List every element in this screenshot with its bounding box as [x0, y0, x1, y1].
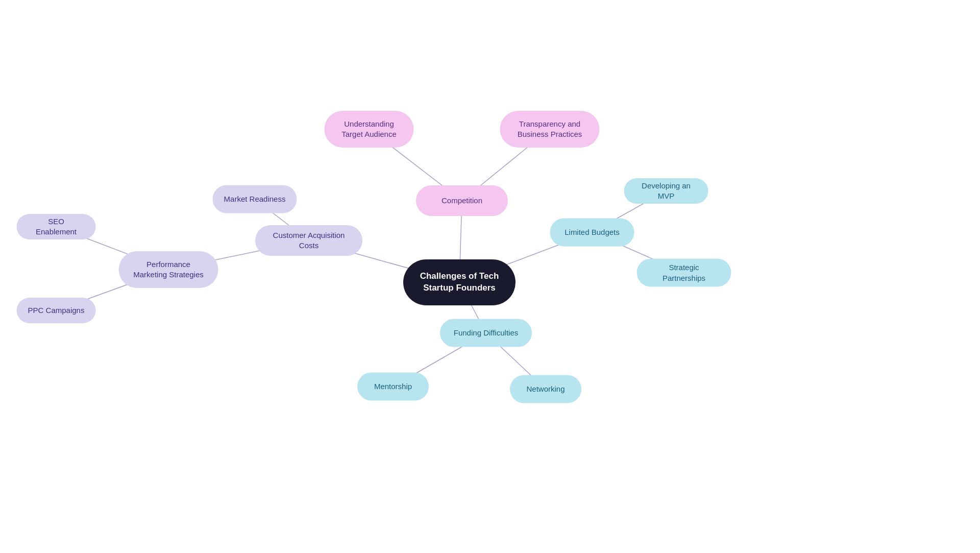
node-competition[interactable]: Competition — [416, 185, 508, 216]
node-funding_difficulties[interactable]: Funding Difficulties — [440, 319, 532, 347]
node-mentorship[interactable]: Mentorship — [357, 373, 429, 401]
node-label-funding_difficulties: Funding Difficulties — [444, 322, 528, 344]
node-networking[interactable]: Networking — [510, 375, 581, 403]
mindmap-canvas: Challenges of Tech Startup FoundersCompe… — [0, 0, 980, 553]
node-performance_marketing[interactable]: Performance Marketing Strategies — [119, 251, 218, 288]
node-market_readiness[interactable]: Market Readiness — [213, 185, 297, 213]
node-label-mentorship: Mentorship — [364, 375, 422, 398]
node-ppc_campaigns[interactable]: PPC Campaigns — [17, 298, 96, 323]
node-center[interactable]: Challenges of Tech Startup Founders — [403, 259, 516, 305]
node-customer_acquisition[interactable]: Customer Acquisition Costs — [255, 225, 362, 256]
node-label-developing_mvp: Developing an MVP — [624, 175, 708, 208]
node-label-ppc_campaigns: PPC Campaigns — [18, 299, 95, 322]
node-understanding_target[interactable]: Understanding Target Audience — [325, 111, 414, 148]
node-label-customer_acquisition: Customer Acquisition Costs — [255, 224, 362, 257]
node-label-understanding_target: Understanding Target Audience — [325, 113, 414, 146]
node-seo_enablement[interactable]: SEO Enablement — [17, 214, 96, 239]
node-strategic_partnerships[interactable]: Strategic Partnerships — [637, 259, 731, 287]
node-label-strategic_partnerships: Strategic Partnerships — [637, 256, 731, 290]
node-label-center: Challenges of Tech Startup Founders — [403, 265, 516, 300]
node-label-competition: Competition — [431, 189, 493, 212]
node-transparency[interactable]: Transparency and Business Practices — [500, 111, 600, 148]
node-label-performance_marketing: Performance Marketing Strategies — [119, 253, 218, 286]
node-label-transparency: Transparency and Business Practices — [500, 113, 600, 146]
node-label-seo_enablement: SEO Enablement — [17, 210, 96, 244]
node-label-limited_budgets: Limited Budgets — [554, 221, 630, 244]
node-label-market_readiness: Market Readiness — [214, 188, 296, 210]
node-label-networking: Networking — [516, 378, 575, 400]
node-developing_mvp[interactable]: Developing an MVP — [624, 178, 708, 204]
node-limited_budgets[interactable]: Limited Budgets — [550, 219, 634, 247]
